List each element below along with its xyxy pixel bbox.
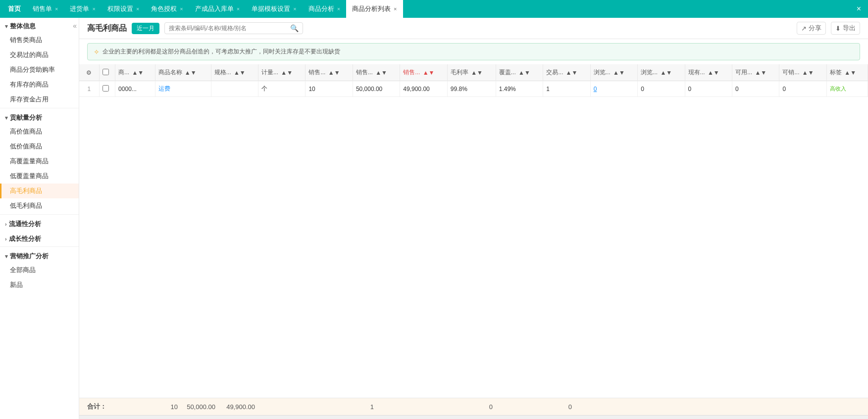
table-row: 1 0000... 运费 个 10 50,000.00 49,900.00 99… xyxy=(79,81,868,97)
info-banner: ✧ 企业的主要的利润都是这部分商品创造的，可考虑加大推广，同时关注库存是不要出现… xyxy=(87,43,860,60)
row-sales-qty: 10 xyxy=(306,81,353,97)
page-title: 高毛利商品 xyxy=(87,23,127,34)
col-tag[interactable]: 标签 ▲▼ xyxy=(826,64,868,81)
row-coverage: 1.49% xyxy=(496,81,543,97)
footer-transaction: 1 xyxy=(344,403,384,411)
tab-finished[interactable]: 产成品入库单 × xyxy=(189,0,246,18)
table-footer: 合计： 10 50,000.00 49,900.00 1 0 0 xyxy=(79,398,868,415)
close-analysis-tab[interactable]: × xyxy=(337,6,340,12)
col-coverage[interactable]: 覆盖... ▲▼ xyxy=(496,64,543,81)
close-finished-tab[interactable]: × xyxy=(237,6,240,12)
footer-sales-qty-val: 10 xyxy=(156,403,186,411)
tab-role[interactable]: 角色授权 × xyxy=(145,0,189,18)
sidebar-collapse-btn[interactable]: « xyxy=(73,22,77,30)
tab-analysis[interactable]: 商品分析 × xyxy=(303,0,346,18)
export-icon: ⬇ xyxy=(835,25,841,32)
col-unit[interactable]: 计量... ▲▼ xyxy=(258,64,305,81)
sidebar-item-goods-split-rate[interactable]: 商品分货助购率 xyxy=(0,62,79,77)
sidebar-item-stock-capital[interactable]: 库存资金占用 xyxy=(0,92,79,107)
content-area: 高毛利商品 近一月 🔍 ↗ 分享 ⬇ 导出 ✧ 企业的主要的利润都是这部分商品创… xyxy=(79,18,868,419)
sidebar-item-sales-goods[interactable]: 销售类商品 xyxy=(0,33,79,47)
col-code[interactable]: 商... ▲▼ xyxy=(115,64,155,81)
row-view1[interactable]: 0 xyxy=(590,81,637,97)
tag-badge: 高收入 xyxy=(830,86,846,92)
tab-permission[interactable]: 权限设置 × xyxy=(102,0,145,18)
col-view2[interactable]: 浏览... ▲▼ xyxy=(638,64,685,81)
close-role-tab[interactable]: × xyxy=(180,6,183,12)
row-name[interactable]: 运费 xyxy=(155,81,211,97)
period-button[interactable]: 近一月 xyxy=(132,23,159,34)
sidebar-group-growth[interactable]: › 成长性分析 xyxy=(0,231,79,245)
row-tag: 高收入 xyxy=(826,81,868,97)
sidebar-group-marketing[interactable]: ▾ 营销推广分析 xyxy=(0,248,79,263)
sidebar-item-high-value[interactable]: 高价值商品 xyxy=(0,124,79,139)
group-arrow-growth: › xyxy=(5,236,7,242)
col-transaction[interactable]: 交易... ▲▼ xyxy=(543,64,590,81)
export-button[interactable]: ⬇ 导出 xyxy=(831,22,860,35)
col-spec[interactable]: 规格... ▲▼ xyxy=(211,64,258,81)
sidebar-item-stocked-goods[interactable]: 有库存的商品 xyxy=(0,77,79,92)
close-template-tab[interactable]: × xyxy=(293,6,296,12)
sidebar-item-high-coverage[interactable]: 高覆盖量商品 xyxy=(0,154,79,169)
close-permission-tab[interactable]: × xyxy=(136,6,139,12)
table-header-row: ⚙ 商... ▲▼ 商品名称 ▲▼ 规格... ▲▼ 计量... ▲▼ 销售..… xyxy=(79,64,868,81)
sidebar-item-all-goods[interactable]: 全部商品 xyxy=(0,263,79,278)
share-button[interactable]: ↗ 分享 xyxy=(797,22,826,35)
main-layout: « ▾ 整体信息 销售类商品 交易过的商品 商品分货助购率 有库存的商品 库存资… xyxy=(0,18,868,419)
row-transaction: 1 xyxy=(543,81,590,97)
col-checkbox[interactable] xyxy=(99,64,115,81)
nav-close-all[interactable]: × xyxy=(852,4,866,13)
col-sales-amount[interactable]: 销售... ▲▼ xyxy=(353,64,400,81)
sidebar-item-low-coverage[interactable]: 低覆盖量商品 xyxy=(0,169,79,184)
horizontal-scrollbar[interactable] xyxy=(79,415,868,419)
col-sales-qty[interactable]: 销售... ▲▼ xyxy=(306,64,353,81)
table-wrapper: ⚙ 商... ▲▼ 商品名称 ▲▼ 规格... ▲▼ 计量... ▲▼ 销售..… xyxy=(79,64,868,398)
row-unit: 个 xyxy=(258,81,305,97)
footer-sales-cost: 49,900.00 xyxy=(225,403,265,411)
col-stock-available[interactable]: 可用... ▲▼ xyxy=(732,64,779,81)
close-analysis-list-tab[interactable]: × xyxy=(394,6,397,12)
sidebar-group-contribution[interactable]: ▾ 贡献量分析 xyxy=(0,109,79,124)
search-icon[interactable]: 🔍 xyxy=(290,24,299,32)
select-all-checkbox[interactable] xyxy=(102,69,109,75)
row-stock-saleable: 0 xyxy=(779,81,826,97)
footer-sales-amount: 50,000.00 xyxy=(186,403,225,411)
tab-template[interactable]: 单据模板设置 × xyxy=(246,0,302,18)
close-purchase-tab[interactable]: × xyxy=(92,6,95,12)
row-spec xyxy=(211,81,258,97)
footer-stock-current: 0 xyxy=(463,403,503,411)
col-sales-cost[interactable]: 销售... ▲▼ xyxy=(400,64,447,81)
row-stock-current: 0 xyxy=(685,81,732,97)
group-arrow-overall: ▾ xyxy=(5,23,8,30)
row-sales-amount: 50,000.00 xyxy=(353,81,400,97)
col-settings[interactable]: ⚙ xyxy=(79,64,99,81)
sidebar-item-low-margin[interactable]: 低毛利商品 xyxy=(0,198,79,213)
col-gross-margin[interactable]: 毛利率 ▲▼ xyxy=(447,64,496,81)
sidebar-item-traded-goods[interactable]: 交易过的商品 xyxy=(0,47,79,62)
sidebar-group-liquidity[interactable]: › 流通性分析 xyxy=(0,216,79,231)
group-arrow-marketing: ▾ xyxy=(5,253,8,260)
search-box: 🔍 xyxy=(164,22,303,34)
sidebar-item-low-value[interactable]: 低价值商品 xyxy=(0,139,79,154)
tab-analysis-list[interactable]: 商品分析列表 × xyxy=(346,0,403,18)
group-arrow-liquidity: › xyxy=(5,221,7,227)
sidebar-group-overall[interactable]: ▾ 整体信息 xyxy=(0,18,79,33)
search-input[interactable] xyxy=(169,25,290,32)
tab-home[interactable]: 首页 xyxy=(2,0,27,18)
tab-purchase[interactable]: 进货单 × xyxy=(64,0,101,18)
col-view1[interactable]: 浏览... ▲▼ xyxy=(590,64,637,81)
col-stock-saleable[interactable]: 可销... ▲▼ xyxy=(779,64,826,81)
row-checkbox[interactable] xyxy=(99,81,115,97)
sidebar-item-new-goods[interactable]: 新品 xyxy=(0,278,79,292)
tab-sales[interactable]: 销售单 × xyxy=(27,0,64,18)
sidebar-item-high-margin[interactable]: 高毛利商品 xyxy=(0,184,79,198)
group-arrow-contribution: ▾ xyxy=(5,115,8,121)
info-icon: ✧ xyxy=(94,48,100,56)
row-sales-cost: 49,900.00 xyxy=(400,81,447,97)
row-gross-margin: 99.8% xyxy=(447,81,496,97)
row-code: 0000... xyxy=(115,81,155,97)
col-stock-current[interactable]: 现有... ▲▼ xyxy=(685,64,732,81)
col-name[interactable]: 商品名称 ▲▼ xyxy=(155,64,211,81)
close-sales-tab[interactable]: × xyxy=(55,6,58,12)
sidebar: « ▾ 整体信息 销售类商品 交易过的商品 商品分货助购率 有库存的商品 库存资… xyxy=(0,18,79,419)
